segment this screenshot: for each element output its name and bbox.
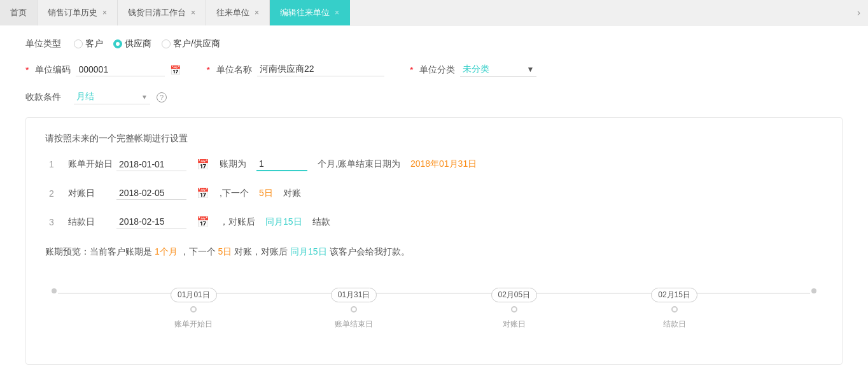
cal-icon-1[interactable]: 📅 bbox=[197, 158, 209, 171]
close-edit-partner[interactable]: × bbox=[335, 8, 339, 17]
unit-name-input[interactable] bbox=[257, 63, 384, 76]
unit-name-group: * 单位名称 bbox=[206, 63, 384, 76]
close-sales-history[interactable]: × bbox=[102, 8, 107, 17]
setting-row-3: 3 结款日 📅 ，对账后 同月15日 结款 bbox=[45, 215, 823, 229]
preview-sep2: 对账，对账后 bbox=[234, 246, 288, 257]
tl-label-4: 结款日 bbox=[663, 319, 686, 330]
tl-badge-4: 02月15日 bbox=[651, 288, 697, 302]
preview-prefix: 账期预览：当前客户账期是 bbox=[45, 246, 152, 257]
payment-row: 收款条件 月结 ▼ ? bbox=[25, 90, 843, 104]
unit-category-label: 单位分类 bbox=[419, 64, 455, 76]
row-label-2: 对账日 bbox=[68, 188, 106, 199]
tl-dot-2 bbox=[351, 306, 357, 313]
tl-label-3: 对账日 bbox=[503, 319, 526, 330]
unit-type-label: 单位类型 bbox=[25, 38, 61, 50]
preview-same-month: 同月15日 bbox=[290, 246, 327, 257]
unit-code-label: 单位编码 bbox=[35, 64, 71, 76]
setting-row-2: 2 对账日 📅 ,下一个 5日 对账 bbox=[45, 186, 823, 200]
tl-right-dot bbox=[811, 288, 816, 293]
payment-day-suffix: 结款 bbox=[312, 216, 330, 228]
tab-bar: 首页 销售订单历史 × 钱货日清工作台 × 往来单位 × 编辑往来单位 × › bbox=[0, 0, 868, 25]
radio-supplier-circle bbox=[113, 39, 122, 48]
unit-type-row: 单位类型 客户 供应商 客户/供应商 bbox=[25, 38, 843, 50]
tab-cash-work[interactable]: 钱货日清工作台 × bbox=[118, 0, 206, 25]
tl-point-1: 01月01日 账单开始日 bbox=[171, 288, 217, 330]
tl-badge-3: 02月05日 bbox=[491, 288, 538, 302]
unit-cat-star: * bbox=[410, 65, 413, 75]
cal-icon-3[interactable]: 📅 bbox=[197, 216, 209, 228]
radio-customer-label: 客户 bbox=[85, 38, 103, 50]
tab-edit-partner[interactable]: 编辑往来单位 × bbox=[270, 0, 350, 25]
row-num-1: 1 bbox=[45, 159, 58, 169]
radio-both[interactable]: 客户/供应商 bbox=[162, 38, 220, 50]
date-input-1[interactable] bbox=[116, 158, 186, 171]
radio-supplier[interactable]: 供应商 bbox=[113, 38, 151, 50]
tab-more-button[interactable]: › bbox=[850, 0, 868, 25]
radio-customer[interactable]: 客户 bbox=[74, 38, 103, 50]
tl-point-4: 02月15日 结款日 bbox=[651, 288, 697, 330]
timeline-points: 01月01日 账单开始日 01月31日 账单结束日 02月05日 对账日 02月… bbox=[52, 288, 816, 330]
unit-type-radio-group: 客户 供应商 客户/供应商 bbox=[74, 38, 220, 50]
tab-sales-history[interactable]: 销售订单历史 × bbox=[38, 0, 118, 25]
radio-supplier-label: 供应商 bbox=[125, 38, 151, 50]
unit-category-arrow: ▼ bbox=[526, 65, 534, 74]
unit-code-group: * 单位编码 📅 bbox=[25, 63, 181, 76]
preview-suffix: 该客户会给我打款。 bbox=[330, 246, 410, 257]
radio-customer-circle bbox=[74, 39, 83, 48]
main-content: 单位类型 客户 供应商 客户/供应商 * 单位编码 📅 * 单位名称 bbox=[0, 25, 868, 387]
period-prefix-1: 账期为 bbox=[220, 158, 246, 170]
payment-value: 月结 bbox=[76, 91, 139, 102]
reconcile-day: 5日 bbox=[259, 188, 273, 199]
tl-right-end bbox=[811, 288, 816, 330]
settings-box: 请按照未来的一个完整帐期进行设置 1 账单开始日 📅 账期为 个月,账单结束日期… bbox=[25, 117, 843, 365]
date-input-2[interactable] bbox=[116, 186, 186, 200]
payment-label: 收款条件 bbox=[25, 92, 61, 103]
period-input[interactable] bbox=[256, 157, 307, 171]
period-end-date: 2018年01月31日 bbox=[410, 158, 477, 170]
radio-both-circle bbox=[162, 39, 171, 48]
tl-point-2: 01月31日 账单结束日 bbox=[331, 288, 377, 330]
unit-code-icon[interactable]: 📅 bbox=[170, 65, 181, 75]
settings-box-title: 请按照未来的一个完整帐期进行设置 bbox=[45, 133, 823, 144]
payment-arrow: ▼ bbox=[141, 94, 148, 101]
tl-dot-4 bbox=[671, 306, 678, 313]
tl-label-2: 账单结束日 bbox=[335, 319, 373, 330]
preview-sep1: ，下一个 bbox=[180, 246, 216, 257]
tl-left-end bbox=[52, 288, 57, 330]
unit-category-select[interactable]: 未分类 ▼ bbox=[460, 62, 536, 77]
payment-day-prefix: ，对账后 bbox=[220, 216, 255, 228]
timeline: 01月01日 账单开始日 01月31日 账单结束日 02月05日 对账日 02月… bbox=[45, 275, 823, 349]
preview-day: 5日 bbox=[218, 246, 232, 257]
unit-code-input[interactable] bbox=[76, 63, 165, 76]
radio-both-label: 客户/供应商 bbox=[173, 38, 220, 50]
close-partner[interactable]: × bbox=[255, 8, 259, 17]
unit-code-star: * bbox=[25, 65, 29, 75]
row-label-3: 结款日 bbox=[68, 216, 106, 228]
row-num-3: 3 bbox=[45, 217, 58, 227]
reconcile-prefix: ,下一个 bbox=[220, 188, 249, 199]
unit-category-value: 未分类 bbox=[463, 64, 524, 75]
close-cash-work[interactable]: × bbox=[191, 8, 195, 17]
unit-name-star: * bbox=[206, 65, 209, 75]
tl-dot-1 bbox=[190, 306, 197, 313]
preview-months: 1个月 bbox=[155, 246, 178, 257]
date-input-3[interactable] bbox=[116, 215, 186, 229]
tl-label-1: 账单开始日 bbox=[174, 319, 213, 330]
preview-section: 账期预览：当前客户账期是 1个月 ，下一个 5日 对账，对账后 同月15日 该客… bbox=[45, 244, 823, 260]
unit-category-group: * 单位分类 未分类 ▼ bbox=[410, 62, 536, 77]
tl-dot-3 bbox=[511, 306, 517, 313]
unit-info-row: * 单位编码 📅 * 单位名称 * 单位分类 未分类 ▼ bbox=[25, 62, 843, 77]
row-label-1: 账单开始日 bbox=[68, 158, 106, 170]
tl-left-dot bbox=[52, 288, 57, 293]
tab-partner[interactable]: 往来单位 × bbox=[206, 0, 270, 25]
payment-help-icon[interactable]: ? bbox=[157, 92, 167, 102]
unit-name-label: 单位名称 bbox=[216, 64, 252, 76]
tl-badge-2: 01月31日 bbox=[331, 288, 377, 302]
cal-icon-2[interactable]: 📅 bbox=[197, 187, 209, 199]
tl-point-3: 02月05日 对账日 bbox=[491, 288, 538, 330]
tab-home[interactable]: 首页 bbox=[0, 0, 38, 25]
payment-select[interactable]: 月结 ▼ bbox=[74, 90, 150, 104]
reconcile-suffix: 对账 bbox=[283, 188, 301, 199]
payment-day-highlight: 同月15日 bbox=[265, 216, 302, 228]
row-num-2: 2 bbox=[45, 188, 58, 199]
